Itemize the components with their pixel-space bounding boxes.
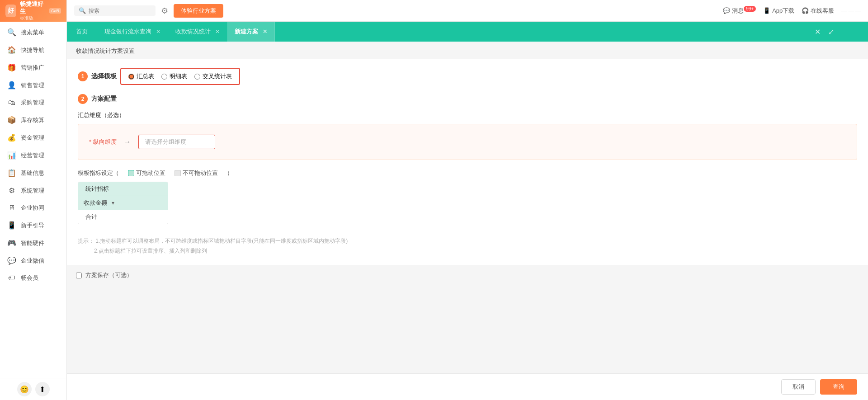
tab-new-plan[interactable]: 新建方案 ✕ [227,22,275,42]
tab-expand-button[interactable]: ⤢ [825,25,837,38]
logo-icon: 好 [5,5,16,17]
sidebar-item-basic-info[interactable]: 📋 基础信息 [0,164,66,182]
sidebar-item-enterprise-collab[interactable]: 🖥 企业协同 [0,199,66,216]
radio-summary-input[interactable] [128,74,134,80]
sidebar-item-sales[interactable]: 👤 销售管理 [0,76,66,94]
row-dimension-label: * 纵向维度 [89,138,117,146]
sidebar-bottom: 😊 ⬆ [0,378,66,400]
industry-solution-button[interactable]: 体验行业方案 [174,4,223,18]
tab-bank-flow-label: 现金银行流水查询 [104,28,151,36]
sidebar-item-label: 智能硬件 [21,239,44,247]
indicator-table: 统计指标 收款金额 ▾ 合计 [78,182,168,224]
app-download-label: App下载 [772,7,794,15]
sidebar-bottom-btn-2[interactable]: ⬆ [35,382,50,396]
content-area: 收款情况统计方案设置 1 选择模板 汇总表 明细表 [67,42,868,373]
indicator-tag-name: 收款金额 [84,199,107,207]
tab-close-window-button[interactable]: ✕ [811,25,824,38]
indicator-hint-prefix: 模板指标设定（ [78,169,119,177]
tab-home[interactable]: 首页 [67,22,97,42]
section1-header: 1 选择模板 汇总表 明细表 交叉统计表 [78,68,857,85]
sidebar-item-label: 基础信息 [21,169,44,177]
system-icon: ⚙ [7,186,16,195]
sidebar-item-label: 搜索菜单 [21,28,44,37]
purchase-icon: 🛍 [7,99,16,107]
sidebar-item-marketing[interactable]: 🎁 营销推广 [0,59,66,76]
notification-label: 消息 [732,7,744,15]
sales-icon: 👤 [7,81,16,89]
sidebar-item-operation[interactable]: 📊 经营管理 [0,146,66,164]
dimension-title: 汇总维度（必选） [78,111,857,119]
phone-icon: 📱 [763,7,770,14]
page-footer: 方案保存（可选） [67,265,868,286]
app-download-button[interactable]: 📱 App下载 [763,7,794,15]
online-support-button[interactable]: 🎧 在线客服 [802,7,834,15]
tab-collection-stat-label: 收款情况统计 [175,28,211,36]
query-button[interactable]: 查询 [820,379,857,395]
radio-cross-input[interactable] [194,74,200,80]
section2: 2 方案配置 汇总维度（必选） * 纵向维度 → 请选择分组维度 [78,94,857,256]
sidebar-item-enterprise-wechat[interactable]: 💬 企业微信 [0,252,66,269]
search-box[interactable]: 🔍 [74,5,156,16]
sidebar-item-inventory[interactable]: 📦 库存核算 [0,111,66,129]
tab-collection-stat[interactable]: 收款情况统计 ✕ [168,22,227,42]
sidebar-bottom-btn-1[interactable]: 😊 [17,382,32,396]
sidebar-item-beginner[interactable]: 📱 新手引导 [0,216,66,234]
sidebar-item-smart-hardware[interactable]: 🎮 智能硬件 [0,234,66,252]
sidebar-item-search-menu[interactable]: 🔍 搜索菜单 [0,24,66,41]
sidebar-item-system[interactable]: ⚙ 系统管理 [0,182,66,199]
notification-button[interactable]: 💬 消息 99+ [723,7,756,15]
radio-cross-label: 交叉统计表 [203,72,232,80]
indicator-total-row: 合计 [78,210,168,224]
page-header: 收款情况统计方案设置 [67,42,868,59]
bottom-bar: 取消 查询 [67,373,868,400]
dimension-select-dropdown[interactable]: 请选择分组维度 [138,135,215,149]
settings-icon[interactable]: ⚙ [161,6,168,16]
enterprise-collab-icon: 🖥 [7,204,16,212]
radio-cross[interactable]: 交叉统计表 [194,72,232,80]
enterprise-wechat-icon: 💬 [7,256,16,265]
radio-detail[interactable]: 明细表 [161,72,187,80]
logo-main-text: 畅捷通好生 [20,0,46,14]
smart-hardware-icon: 🎮 [7,239,16,247]
finance-icon: 💰 [7,133,16,142]
radio-summary[interactable]: 汇总表 [128,72,154,80]
row-label-text: * 纵向维度 [89,138,117,146]
cancel-button[interactable]: 取消 [781,379,816,395]
section2-header: 2 方案配置 [78,94,857,104]
tab-bank-flow[interactable]: 现金银行流水查询 ✕ [97,22,168,42]
sidebar-item-label: 系统管理 [21,187,44,195]
sidebar-item-label: 采购管理 [21,99,44,107]
sidebar-item-quick-nav[interactable]: 🏠 快捷导航 [0,41,66,59]
sidebar-item-label: 快捷导航 [21,46,44,54]
indicator-tag-row[interactable]: 收款金额 ▾ [78,196,168,210]
indicator-table-header: 统计指标 [78,182,168,196]
tip-line-2: 2.点击标题栏下拉可设置排序、插入列和删除列 [78,246,857,256]
topbar-right: 💬 消息 99+ 📱 App下载 🎧 在线客服 — — — [723,7,861,15]
sidebar-item-label: 库存核算 [21,116,44,124]
tips-section: 提示： 1.拖动标题栏可以调整布局，不可跨维度或指标区域拖动栏目字段(只能在同一… [78,236,857,256]
indicator-total-label: 合计 [85,213,97,220]
sidebar: 好 畅捷通好生 标准版 CaR 🔍 搜索菜单 🏠 快捷导航 🎁 营销推广 👤 销… [0,0,67,400]
sidebar-item-member[interactable]: 🏷 畅会员 [0,269,66,287]
radio-detail-input[interactable] [161,74,167,80]
sidebar-item-label: 企业协同 [21,204,44,212]
tab-bank-flow-close-icon[interactable]: ✕ [156,28,160,35]
sidebar-item-purchase[interactable]: 🛍 采购管理 [0,94,66,111]
tab-home-label: 首页 [76,28,88,36]
headset-icon: 🎧 [802,7,809,14]
operation-icon: 📊 [7,151,16,160]
sidebar-item-label: 企业微信 [21,257,44,265]
online-support-label: 在线客服 [811,7,834,15]
dimension-title-text: 汇总维度（必选） [78,112,125,118]
tip-line-1: 提示： 1.拖动标题栏可以调整布局，不可跨维度或指标区域拖动栏目字段(只能在同一… [78,236,857,246]
topbar: 🔍 ⚙ 体验行业方案 💬 消息 99+ 📱 App下载 🎧 在线客服 — — — [67,0,868,22]
hint-close-paren: ） [227,169,233,177]
sidebar-item-finance[interactable]: 💰 资金管理 [0,129,66,146]
marketing-icon: 🎁 [7,63,16,72]
save-plan-checkbox[interactable] [76,273,82,278]
tab-new-plan-close-icon[interactable]: ✕ [263,28,267,35]
indicator-chevron-icon: ▾ [112,200,114,206]
search-input[interactable] [89,8,147,14]
tab-collection-stat-close-icon[interactable]: ✕ [215,28,220,35]
member-icon: 🏷 [7,274,16,282]
